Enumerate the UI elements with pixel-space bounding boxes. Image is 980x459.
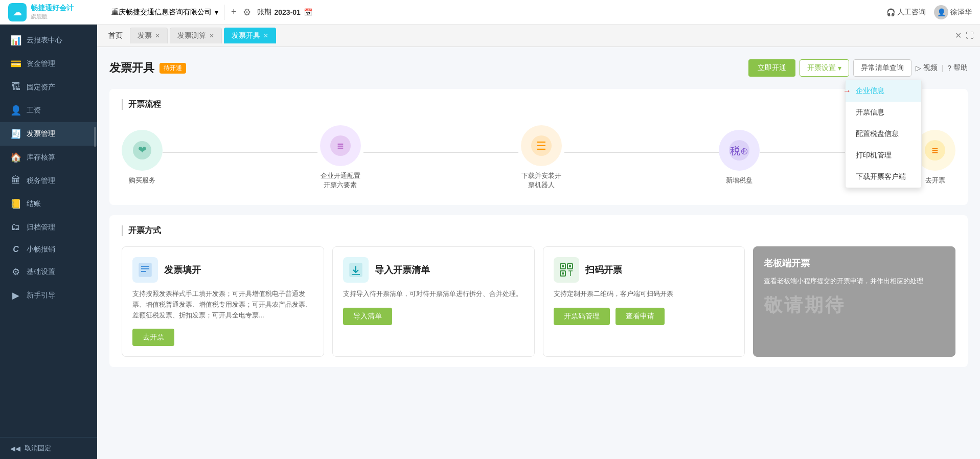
calendar-icon[interactable]: 📅 (304, 8, 312, 16)
tab-invoice[interactable]: 发票 ✕ (130, 28, 168, 43)
svg-text:税⊕: 税⊕ (730, 145, 748, 156)
settings-button[interactable]: ⚙ (243, 7, 251, 18)
pin-icon: ◀◀ (10, 445, 20, 452)
logo-area: ☁ 畅捷通好会计 旗舰版 (8, 3, 105, 21)
dropdown-item-company[interactable]: → 企业信息 (846, 80, 921, 102)
support-button[interactable]: 🎧 人工咨询 (886, 8, 926, 17)
scan-invoice-title: 扫码开票 (585, 264, 622, 276)
manual-invoice-button[interactable]: 去开票 (132, 329, 174, 346)
svg-rect-21 (562, 272, 564, 274)
method-card-import-header: 导入开票清单 (343, 257, 524, 283)
video-button[interactable]: ▷ 视频 (916, 63, 938, 73)
sidebar-item-fund[interactable]: 💳 资金管理 (0, 52, 97, 76)
sidebar-nav: 📊 云报表中心 💳 资金管理 🏗 固定资产 👤 工资 🧾 发票管理 (0, 25, 97, 437)
cancel-pin-button[interactable]: ◀◀ 取消固定 (0, 437, 97, 459)
company-selector[interactable]: 重庆畅捷交通信息咨询有限公司 ▾ (105, 5, 225, 20)
sidebar-item-archive[interactable]: 🗂 归档管理 (0, 216, 97, 239)
sidebar-label: 小畅报销 (27, 245, 55, 254)
sidebar-label: 资金管理 (27, 59, 55, 68)
sidebar-label: 工资 (27, 106, 41, 115)
manual-invoice-icon (132, 257, 158, 283)
sidebar-label: 税务管理 (27, 176, 55, 186)
flow-connector (363, 152, 518, 153)
methods-section: 开票方式 发票填开 支持按照发票样式手工填开发票；可开具增值税电子普通发票、增值… (109, 215, 968, 367)
svg-text:≡: ≡ (337, 140, 344, 152)
scan-invoice-desc: 支持定制开票二维码，客户端可扫码开票 (554, 289, 735, 300)
settings-dropdown-button[interactable]: 开票设置 ▾ (800, 59, 849, 77)
method-card-boss: 老板端开票 查看老板端小程序提交的开票申请，并作出相应的处理 敬请期待 (753, 246, 955, 357)
close-tab-button[interactable]: ✕ (955, 31, 962, 40)
inventory-icon: 🏠 (10, 152, 21, 163)
sidebar-item-salary[interactable]: 👤 工资 (0, 99, 97, 122)
add-button[interactable]: + (231, 7, 237, 17)
company-name: 重庆畅捷交通信息咨询有限公司 (111, 8, 212, 17)
tax-icon: 🏛 (10, 175, 21, 186)
sidebar-item-settings[interactable]: ⚙ 基础设置 (0, 260, 97, 284)
manual-invoice-desc: 支持按照发票样式手工填开发票；可开具增值税电子普通发票、增值税普通发票、增值税专… (132, 289, 313, 320)
question-icon: ? (947, 64, 951, 72)
guide-icon: ▶ (10, 290, 21, 301)
step-icon-config: ≡ (320, 125, 361, 166)
status-badge: 待开通 (159, 63, 186, 74)
logo-text: 畅捷通好会计 旗舰版 (31, 4, 74, 20)
sidebar-label: 归档管理 (27, 223, 55, 232)
import-invoice-icon (343, 257, 369, 283)
user-button[interactable]: 👤 徐泽华 (934, 5, 972, 19)
sidebar-item-tax[interactable]: 🏛 税务管理 (0, 169, 97, 192)
method-cards: 发票填开 支持按照发票样式手工填开发票；可开具增值税电子普通发票、增值税普通发票… (122, 246, 955, 357)
sidebar-item-ledger[interactable]: 📒 结账 (0, 192, 97, 216)
sidebar-item-guide[interactable]: ▶ 新手引导 (0, 284, 97, 307)
sidebar-item-inventory[interactable]: 🏠 库存核算 (0, 146, 97, 169)
tab-close-icon[interactable]: ✕ (263, 32, 268, 39)
tab-close-icon[interactable]: ✕ (209, 32, 214, 39)
step-label-buy: 购买服务 (129, 176, 155, 185)
method-card-scan: 扫码开票 支持定制开票二维码，客户端可扫码开票 开票码管理 查看申请 (543, 246, 745, 357)
view-apply-button[interactable]: 查看申请 (616, 308, 665, 325)
sidebar-item-cloud-report[interactable]: 📊 云报表中心 (0, 29, 97, 52)
expand-tab-button[interactable]: ⛶ (966, 31, 974, 40)
svg-text:❤: ❤ (138, 144, 147, 155)
tab-home[interactable]: 首页 (103, 28, 128, 43)
tab-invoice-calc[interactable]: 发票测算 ✕ (170, 28, 222, 43)
chart-icon: 📊 (10, 35, 21, 46)
sidebar-label: 固定资产 (27, 83, 55, 92)
dropdown-item-printer[interactable]: 打印机管理 (846, 145, 921, 166)
method-card-boss-header: 老板端开票 (764, 257, 945, 269)
sidebar-item-report[interactable]: C 小畅报销 (0, 239, 97, 260)
step-label-issue: 去开票 (925, 176, 945, 185)
svg-rect-19 (562, 265, 564, 267)
methods-section-title: 开票方式 (122, 225, 955, 236)
tab-invoice-issue[interactable]: 发票开具 ✕ (224, 28, 276, 43)
dropdown-item-invoice-info[interactable]: 开票信息 (846, 102, 921, 123)
import-invoice-desc: 支持导入待开票清单，可对待开票清单进行拆分、合并处理。 (343, 289, 524, 300)
sidebar-item-fixed-assets[interactable]: 🏗 固定资产 (0, 76, 97, 99)
abnormal-list-button[interactable]: 异常清单查询 (853, 59, 911, 77)
dropdown-item-tax-disk[interactable]: 配置税盘信息 (846, 123, 921, 145)
import-invoice-title: 导入开票清单 (375, 264, 430, 276)
archive-icon: 🗂 (10, 222, 21, 233)
sidebar-item-invoice[interactable]: 🧾 发票管理 (0, 122, 97, 146)
step-icon-download: ☰ (521, 125, 562, 166)
flow-step-tax: 税⊕ 新增税盘 (719, 130, 760, 185)
tab-bar-right: ✕ ⛶ (955, 31, 974, 40)
page-title: 发票开具 (109, 60, 154, 76)
ledger-icon: 📒 (10, 198, 21, 210)
qr-manage-button[interactable]: 开票码管理 (554, 308, 610, 325)
activate-button[interactable]: 立即开通 (748, 59, 795, 77)
play-icon: ▷ (916, 64, 921, 72)
dropdown-item-download-client[interactable]: 下载开票客户端 (846, 166, 921, 188)
tab-close-icon[interactable]: ✕ (155, 32, 160, 39)
report-icon: C (10, 245, 21, 254)
salary-icon: 👤 (10, 105, 21, 116)
help-button[interactable]: ? 帮助 (947, 63, 968, 73)
import-list-button[interactable]: 导入清单 (343, 308, 392, 325)
headset-icon: 🎧 (886, 8, 895, 16)
flow-connector (564, 152, 719, 153)
page-title-area: 发票开具 待开通 (109, 60, 186, 76)
invoice-icon: 🧾 (10, 128, 21, 140)
sidebar-scrollbar[interactable] (94, 127, 96, 147)
flow-connector (163, 152, 317, 153)
period-info: 账期 2023-01 📅 (257, 8, 312, 17)
svg-rect-20 (569, 265, 571, 267)
boss-invoice-desc: 查看老板端小程序提交的开票申请，并作出相应的处理 (764, 276, 945, 287)
